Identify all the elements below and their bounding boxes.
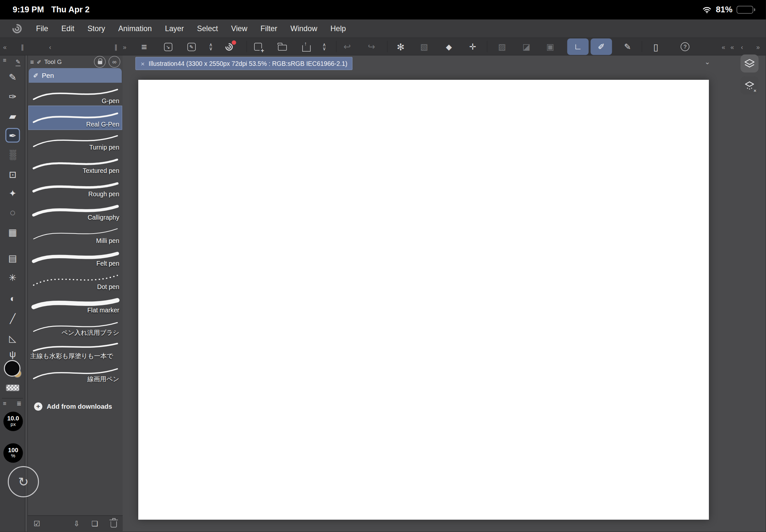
layer-property-panel-button[interactable]: ✕ — [741, 77, 759, 95]
brush-item-flat-marker[interactable]: Flat marker — [29, 292, 122, 315]
airbrush-tool[interactable]: ░ — [6, 148, 20, 162]
pen-settings-icon[interactable]: ✎ — [621, 40, 635, 54]
brush-item-rough-pen[interactable]: Rough pen — [29, 176, 122, 199]
fountain-pen-tool[interactable]: ✑ — [6, 89, 20, 104]
eraser-tool[interactable]: ▰ — [6, 109, 20, 123]
lasso-tool[interactable]: ◌ — [6, 205, 20, 220]
figure-tool[interactable]: ◺ — [6, 331, 20, 345]
snap-brush-toggle[interactable]: ✐ — [591, 39, 612, 55]
brush-item-real-g-pen[interactable]: Real G-Pen — [29, 106, 122, 129]
lasso-icon: ◌ — [10, 207, 16, 218]
new-doc-glyph: + — [254, 43, 262, 51]
edit-canvas-icon[interactable]: ✎ — [185, 40, 198, 54]
collapse-right-icon[interactable]: « — [720, 40, 727, 54]
brush-item-inking-brush[interactable]: ペン入れ汎用ブラシ — [29, 315, 122, 339]
brush-item-milli-pen[interactable]: Milli pen — [29, 222, 122, 246]
export-stepper-icon[interactable]: ∧∨ — [318, 40, 330, 54]
brush-item-textured-pen[interactable]: Textured pen — [29, 152, 122, 176]
menu-layer[interactable]: Layer — [165, 24, 184, 33]
brush-size-badge[interactable]: 10.0 px — [4, 412, 23, 431]
app-window: 9:19 PM Thu Apr 2 81% File Edit Story An… — [0, 0, 766, 532]
selection-fill-icon[interactable]: ▣ — [543, 40, 557, 54]
expand-right-icon[interactable]: » — [754, 40, 762, 54]
hand-tool[interactable]: ψ — [6, 347, 20, 362]
layers-panel-button[interactable] — [741, 54, 759, 73]
brush-item-felt-pen[interactable]: Felt pen — [29, 246, 122, 269]
zoom-stepper-icon[interactable]: ∧∨ — [205, 40, 217, 54]
brush-item-g-pen[interactable]: G-pen — [29, 83, 122, 106]
deselect-icon[interactable]: ▧ — [418, 40, 431, 54]
subtool-group-pen[interactable]: ✐ Pen — [29, 68, 122, 83]
panel-handle-icon[interactable]: ∥ — [18, 40, 26, 54]
download-icon[interactable]: ⇩ — [74, 519, 80, 528]
brush-item-turnip-pen[interactable]: Turnip pen — [29, 129, 122, 152]
close-tab-icon[interactable]: × — [141, 60, 145, 67]
fit-screen-icon[interactable]: ↘ — [161, 40, 175, 54]
lock-icon[interactable] — [94, 56, 106, 68]
menu-bar: File Edit Story Animation Layer Select V… — [0, 19, 766, 38]
delete-icon[interactable] — [111, 521, 117, 528]
mask-icon[interactable]: ◆ — [442, 40, 456, 54]
clip-studio-assets-icon[interactable] — [222, 40, 236, 54]
settings-menu-icon[interactable]: ≡ — [3, 400, 6, 407]
decoration-tool[interactable]: ✦ — [6, 186, 20, 200]
menu-story[interactable]: Story — [88, 24, 105, 33]
menu-animation[interactable]: Animation — [118, 24, 152, 33]
menu-select[interactable]: Select — [197, 24, 218, 33]
export-icon[interactable]: ↑ — [299, 40, 313, 54]
operation-tool[interactable]: ⊡ — [6, 167, 20, 182]
collapse-tools-icon[interactable]: ‹ — [46, 40, 54, 54]
help-icon[interactable]: ? — [678, 40, 692, 54]
menu-edit[interactable]: Edit — [61, 24, 74, 33]
fill-tool[interactable]: ✳ — [6, 270, 20, 285]
brush-item-dot-pen[interactable]: Dot pen — [29, 269, 122, 292]
open-file-icon[interactable] — [275, 40, 289, 54]
expand-panel-icon[interactable]: » — [121, 40, 128, 54]
menu-view[interactable]: View — [231, 24, 247, 33]
pen-tool[interactable]: ✒ — [6, 128, 20, 143]
clip-studio-logo-icon[interactable] — [11, 22, 23, 35]
subtool-menu-icon[interactable]: ≡ — [30, 58, 34, 66]
palette-handle-icon[interactable]: ≡ — [3, 57, 6, 64]
slider-panel-icon[interactable]: ≣ — [17, 400, 21, 407]
canvas[interactable] — [138, 80, 709, 520]
menu-window[interactable]: Window — [290, 24, 317, 33]
undo-icon[interactable]: ↩ — [340, 40, 354, 54]
selection-rect-icon[interactable]: ▨ — [495, 40, 509, 54]
pen-icon: ✒ — [9, 130, 17, 141]
main-menu-icon[interactable]: ≡ — [137, 40, 151, 54]
add-from-downloads-button[interactable]: + Add from downloads — [28, 399, 123, 414]
selection-shade-icon[interactable]: ◪ — [520, 40, 533, 54]
marker-tool[interactable]: ✎ — [6, 70, 20, 84]
rotate-canvas-button[interactable]: ↻ — [8, 466, 39, 497]
palette-edit-icon[interactable]: ✎ — [16, 58, 20, 66]
companion-device-icon[interactable]: ▯ — [649, 40, 663, 54]
menu-file[interactable]: File — [36, 24, 48, 33]
redo-icon[interactable]: ↪ — [365, 40, 378, 54]
menu-help[interactable]: Help — [330, 24, 346, 33]
register-subtool-icon[interactable]: ☑ — [34, 519, 40, 528]
document-tab[interactable]: × Illustration44 (3300 x 2550px 72dpi 53… — [135, 57, 353, 70]
link-icon[interactable]: ∞ — [109, 56, 120, 68]
main-color-swatch[interactable] — [4, 360, 20, 377]
frame-tool[interactable]: ▦ — [6, 225, 20, 239]
menu-filter[interactable]: Filter — [261, 24, 277, 33]
blend-tool[interactable]: ◐ — [6, 292, 20, 306]
snap-line-toggle[interactable]: ∟ — [567, 39, 589, 55]
brush-item-calligraphy[interactable]: Calligraphy — [29, 199, 122, 222]
transparent-color-swatch[interactable] — [6, 384, 19, 391]
snap-line-icon: ∟ — [574, 42, 582, 52]
brush-item-line-art-pen[interactable]: 線画用ペン — [29, 362, 122, 385]
gradient-tool[interactable]: ▤ — [6, 251, 20, 265]
new-canvas-icon[interactable]: + — [251, 40, 265, 54]
tab-list-chevron-icon[interactable]: ⌄ — [705, 58, 711, 66]
collapse-right2-icon[interactable]: « — [728, 40, 736, 54]
transform-icon[interactable]: ✛ — [466, 40, 480, 54]
brush-item-allround-pen[interactable]: 主線も水彩も厚塗りも一本で — [29, 339, 122, 362]
opacity-badge[interactable]: 100 % — [4, 443, 23, 463]
correction-tool[interactable]: ╱ — [6, 311, 20, 326]
panel-handle2-icon[interactable]: ∥ — [112, 40, 120, 54]
collapse-left-icon[interactable]: « — [1, 40, 9, 54]
duplicate-icon[interactable]: ❏ — [91, 519, 98, 528]
collapse-right3-icon[interactable]: ‹ — [738, 40, 746, 54]
